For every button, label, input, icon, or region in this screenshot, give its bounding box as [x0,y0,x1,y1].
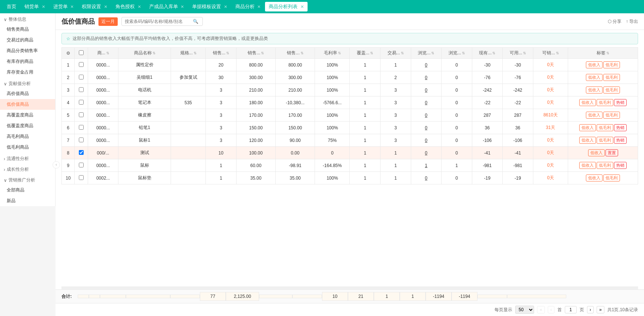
nav-sales[interactable]: 销货单 ✕ [21,2,49,11]
col-available[interactable]: 可用...⇅ [503,48,533,59]
col-sales-price[interactable]: 销售...⇅ [275,48,315,59]
sidebar-item-low-value[interactable]: 低价值商品 [0,99,55,110]
browse1-value[interactable]: 0 [425,100,427,105]
sidebar-item-sales-goods[interactable]: 销售类商品 [0,24,55,35]
row-browse1-cell[interactable]: 0 [411,147,442,159]
col-transactions[interactable]: 交易...⇅ [380,48,411,59]
share-button[interactable]: ⬡ 分享 [608,18,621,25]
row-checkbox-cell[interactable] [75,122,88,134]
search-box[interactable]: 🔍 [121,17,203,26]
settings-icon[interactable]: ⚙ [66,51,70,56]
row-checkbox[interactable] [79,75,84,79]
row-checkbox[interactable] [79,112,84,117]
sidebar-item-stock-capital[interactable]: 库存资金占用 [0,67,55,78]
page-size-select[interactable]: 50 100 200 [515,306,534,314]
col-checkbox[interactable] [75,48,88,59]
sidebar-collapse-btn[interactable]: ‹ [53,161,60,169]
sidebar-item-category-rate[interactable]: 商品分类销售率 [0,45,55,56]
sidebar-item-high-value[interactable]: 高价值商品 [0,88,55,99]
sidebar-item-traded-goods[interactable]: 交易过的商品 [0,35,55,45]
row-browse1-cell[interactable]: 0 [411,71,442,84]
search-icon[interactable]: 🔍 [193,19,198,24]
sort-icon-current[interactable]: ⇅ [492,51,495,55]
nav-role-auth[interactable]: 角色授权 ✕ [112,2,145,11]
col-spec[interactable]: 规格...⇅ [171,48,205,59]
sidebar-item-high-coverage[interactable]: 高覆盖度商品 [0,110,55,120]
row-checkbox-cell[interactable] [75,134,88,147]
sort-icon-available[interactable]: ⇅ [523,51,526,55]
browse1-value[interactable]: 0 [425,176,427,181]
row-checkbox[interactable] [79,100,84,105]
sidebar-item-all-goods[interactable]: 全部商品 [0,185,55,196]
sidebar-group-circulation[interactable]: › 流通性分析 [0,153,55,163]
browse1-value[interactable]: 0 [425,62,427,68]
sort-icon-salesamt[interactable]: ⇅ [261,51,264,55]
row-checkbox-cell[interactable] [75,96,88,109]
row-checkbox[interactable] [79,175,84,180]
col-current[interactable]: 现有...⇅ [472,48,503,59]
row-checkbox[interactable] [79,125,84,130]
col-gross-rate[interactable]: 毛利率⇅ [315,48,350,59]
page-number-input[interactable] [565,306,577,313]
prev-page-btn[interactable]: ‹ [548,306,554,313]
sort-icon-salesqty[interactable]: ⇅ [226,51,229,55]
row-checkbox-cell[interactable] [75,172,88,184]
sort-icon-browse1[interactable]: ⇅ [431,51,434,55]
sidebar-item-in-stock[interactable]: 有库存的商品 [0,56,55,67]
sort-icon-salesprice[interactable]: ⇅ [301,51,303,55]
sort-icon-coverage[interactable]: ⇅ [370,51,373,55]
browse1-value[interactable]: 0 [425,125,427,130]
row-checkbox[interactable] [79,137,84,142]
row-browse1-cell[interactable]: 0 [411,59,442,71]
sidebar-group-overall[interactable]: ∨ 整体信息 [0,13,55,24]
browse1-value[interactable]: 1 [425,163,427,168]
close-permissions-icon[interactable]: ✕ [104,4,107,9]
close-template-icon[interactable]: ✕ [224,4,227,9]
col-sales-amt[interactable]: 销售...⇅ [236,48,275,59]
nav-goods-list[interactable]: 商品分析列表 ✕ [265,2,308,11]
col-name[interactable]: 商品名称⇅ [118,48,171,59]
col-browse2[interactable]: 浏览...⇅ [442,48,472,59]
browse1-value[interactable]: 0 [425,88,427,93]
close-sales-icon[interactable]: ✕ [42,4,45,9]
browse1-value[interactable]: 0 [425,150,427,156]
sort-icon-spec[interactable]: ⇅ [194,51,197,55]
row-checkbox-cell[interactable] [75,71,88,84]
sort-icon-saleable[interactable]: ⇅ [556,51,559,55]
browse1-value[interactable]: 0 [425,138,427,143]
browse1-value[interactable]: 0 [425,113,427,118]
row-browse1-cell[interactable]: 0 [411,84,442,96]
next-page-btn[interactable]: › [587,306,594,313]
nav-finished-goods[interactable]: 产成品入库单 ✕ [145,2,188,11]
row-checkbox-cell[interactable] [75,159,88,172]
nav-goods-analysis[interactable]: 商品分析 ✕ [232,2,265,11]
sidebar-item-low-margin[interactable]: 低毛利商品 [0,142,55,153]
row-checkbox[interactable] [79,62,84,67]
row-checkbox[interactable] [79,150,84,155]
col-sales-qty[interactable]: 销售...⇅ [206,48,237,59]
sidebar-group-marketing[interactable]: ∨ 营销推广分析 [0,174,55,185]
close-finished-icon[interactable]: ✕ [181,4,184,9]
nav-home[interactable]: 首页 [3,2,20,11]
row-checkbox[interactable] [79,163,84,167]
row-browse1-cell[interactable]: 0 [411,172,442,184]
col-saleable[interactable]: 可销...⇅ [533,48,568,59]
row-browse1-cell[interactable]: 0 [411,134,442,147]
export-button[interactable]: ↑ 导出 [626,18,638,25]
sort-icon-transactions[interactable]: ⇅ [401,51,404,55]
nav-purchase[interactable]: 进货单 ✕ [50,2,78,11]
row-checkbox[interactable] [79,87,84,92]
row-browse1-cell[interactable]: 0 [411,122,442,134]
col-browse1[interactable]: 浏览...⇅ [411,48,442,59]
close-purchase-icon[interactable]: ✕ [70,4,74,9]
browse1-value[interactable]: 0 [425,75,427,80]
row-checkbox-cell[interactable] [75,109,88,122]
sidebar-item-high-margin[interactable]: 高毛利商品 [0,131,55,142]
sidebar-group-growth[interactable]: › 成长性分析 [0,163,55,174]
nav-permissions[interactable]: 权限设置 ✕ [78,2,111,11]
row-checkbox-cell[interactable] [75,59,88,71]
nav-template[interactable]: 单据模板设置 ✕ [188,2,231,11]
sort-icon-tags[interactable]: ⇅ [606,51,609,55]
sidebar-item-new-goods[interactable]: 新品 [0,196,55,206]
sort-icon-name[interactable]: ⇅ [152,51,155,55]
